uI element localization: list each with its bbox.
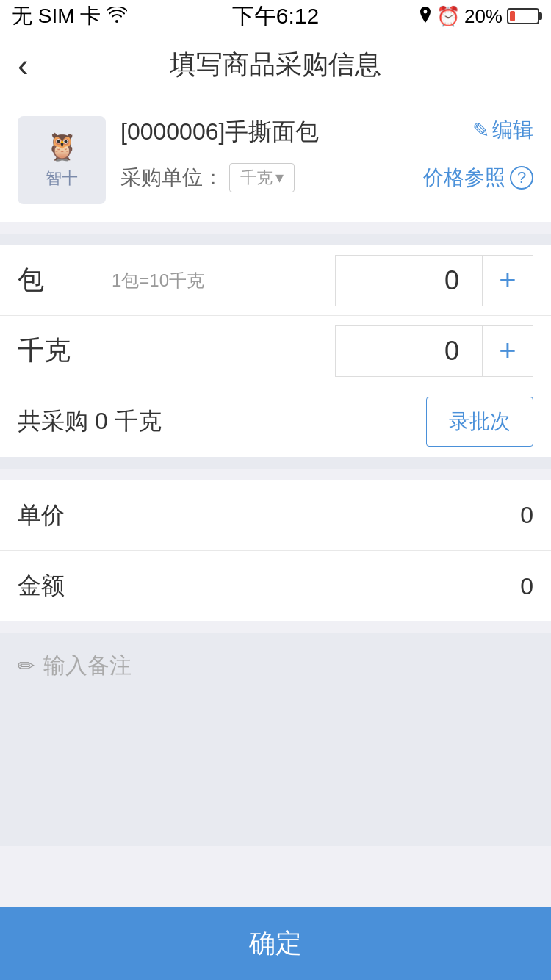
summary-text: 共采购 0 千克: [18, 406, 162, 438]
bag-plus-button[interactable]: +: [482, 255, 533, 306]
bottom-space: [0, 699, 551, 846]
confirm-button[interactable]: 确定: [0, 907, 551, 980]
product-info: [0000006]手撕面包 ✎ 编辑 采购单位： 千克 ▾ 价格参照 ?: [120, 116, 533, 192]
dropdown-arrow: ▾: [276, 168, 284, 187]
page-title: 填写商品采购信息: [170, 47, 381, 83]
kg-input-group: +: [335, 325, 533, 377]
record-batch-button[interactable]: 录批次: [426, 397, 533, 447]
bag-input-group: +: [335, 255, 533, 306]
bag-quantity-row: 包 1包=10千克 +: [0, 245, 551, 316]
carrier-text: 无 SIM 卡: [12, 2, 101, 30]
unit-price-row: 单价 0: [0, 480, 551, 551]
amount-row: 金额 0: [0, 551, 551, 621]
status-left: 无 SIM 卡: [12, 2, 127, 30]
battery-percent: 20%: [464, 5, 503, 28]
unit-prefix-label: 采购单位：: [120, 164, 223, 192]
price-ref-label: 价格参照: [423, 164, 505, 192]
status-bar: 无 SIM 卡 下午6:12 ⏰ 20%: [0, 0, 551, 32]
back-button[interactable]: ‹: [18, 49, 29, 82]
edit-icon: ✎: [472, 118, 489, 143]
edit-label: 编辑: [492, 116, 533, 144]
product-owl-icon: 🦉: [46, 131, 79, 162]
bag-sub-label: 1包=10千克: [112, 269, 204, 292]
kg-plus-button[interactable]: +: [482, 325, 533, 377]
alarm-icon: ⏰: [436, 5, 460, 28]
kg-quantity-row: 千克 +: [0, 316, 551, 386]
help-icon: ?: [510, 166, 533, 190]
unit-price-value: 0: [520, 502, 533, 529]
battery-icon: [507, 8, 539, 24]
pencil-icon: ✏: [18, 654, 35, 678]
bag-label: 包: [18, 262, 106, 298]
location-icon: [419, 5, 432, 28]
product-name: [0000006]手撕面包: [120, 116, 319, 148]
section-divider-2: [0, 457, 551, 469]
price-reference-button[interactable]: 价格参照 ?: [423, 164, 533, 192]
product-unit-row: 采购单位： 千克 ▾ 价格参照 ?: [120, 163, 533, 192]
edit-button[interactable]: ✎ 编辑: [472, 116, 533, 144]
remark-section[interactable]: ✏ 输入备注: [0, 633, 551, 699]
status-right: ⏰ 20%: [419, 5, 539, 28]
summary-row: 共采购 0 千克 录批次: [0, 386, 551, 457]
remark-placeholder: 输入备注: [43, 651, 132, 681]
wifi-icon: [107, 4, 127, 28]
quantity-section: 包 1包=10千克 + 千克 + 共采购 0 千克 录批次: [0, 245, 551, 457]
kg-label: 千克: [18, 333, 106, 369]
product-image: 🦉 智十: [18, 116, 106, 204]
amount-label: 金额: [18, 570, 65, 602]
unit-price-label: 单价: [18, 500, 65, 532]
product-card: 🦉 智十 [0000006]手撕面包 ✎ 编辑 采购单位： 千克 ▾ 价格参照: [0, 98, 551, 222]
bag-quantity-input[interactable]: [335, 255, 482, 306]
nav-bar: ‹ 填写商品采购信息: [0, 32, 551, 98]
unit-value: 千克: [240, 167, 273, 189]
product-brand-label: 智十: [46, 169, 78, 187]
unit-dropdown[interactable]: 千克 ▾: [229, 163, 295, 192]
unit-left: 采购单位： 千克 ▾: [120, 163, 295, 192]
kg-quantity-input[interactable]: [335, 325, 482, 377]
product-header: [0000006]手撕面包 ✎ 编辑: [120, 116, 533, 148]
status-time: 下午6:12: [232, 1, 319, 32]
amount-value: 0: [520, 573, 533, 600]
price-section: 单价 0 金额 0: [0, 480, 551, 621]
section-divider-1: [0, 234, 551, 245]
